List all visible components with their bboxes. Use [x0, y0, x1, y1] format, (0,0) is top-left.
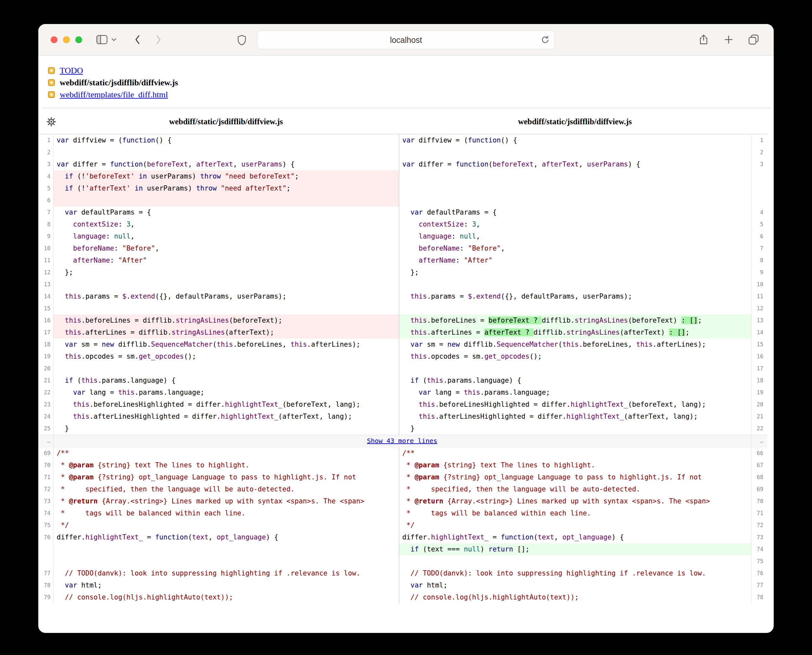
code-line — [53, 543, 399, 555]
code-token: this — [118, 389, 135, 396]
code-line: this.afterLinesHighlighted = differ.high… — [399, 411, 751, 423]
code-token: {string} text The lines to highlight. — [439, 461, 595, 469]
diff-row: 75 — [38, 555, 767, 567]
close-button[interactable] — [51, 36, 57, 43]
code-token: ( — [143, 160, 147, 168]
code-token — [403, 220, 419, 228]
code-line — [399, 194, 751, 206]
line-number: 69 — [751, 483, 767, 495]
code-token: }; — [403, 268, 419, 276]
line-number: 18 — [38, 338, 53, 351]
diff-row: 71 * @param {?string} opt_language Langu… — [38, 471, 767, 483]
code-token: * — [403, 473, 415, 481]
code-token: var — [403, 136, 415, 144]
code-token — [403, 401, 419, 408]
code-token: null — [464, 545, 480, 553]
code-token: .afterLines); — [653, 340, 706, 348]
code-token: afterName — [73, 257, 110, 264]
code-token: in — [138, 172, 147, 180]
forward-button[interactable] — [155, 34, 162, 45]
code-token — [57, 352, 65, 360]
code-token: SequenceMatcher — [497, 340, 558, 348]
code-token: (afterText, lang); — [624, 412, 698, 420]
code-line: * @param {string} text The lines to high… — [399, 459, 751, 471]
diff-row: 1512 — [38, 303, 767, 315]
code-token: var — [65, 340, 77, 348]
diff-row: 75 */ */72 — [38, 519, 767, 531]
code-token — [403, 545, 411, 553]
code-token: differ = — [414, 160, 455, 168]
file-list-item: TODO — [48, 65, 774, 77]
code-line: /** — [399, 447, 751, 460]
code-token: (); — [529, 352, 542, 360]
diff-row: 24 this.afterLinesHighlighted = differ.h… — [38, 411, 767, 423]
code-token: , — [131, 232, 135, 240]
line-number: 73 — [751, 531, 767, 543]
diff-row: 1var diffview = (function() {var diffvie… — [38, 134, 767, 147]
reload-icon[interactable] — [541, 35, 550, 45]
code-token: afterText ? — [484, 329, 534, 336]
code-token: , — [208, 533, 217, 541]
code-token — [57, 208, 65, 216]
privacy-shield-icon[interactable] — [238, 35, 246, 45]
code-token: if — [65, 172, 73, 180]
line-number: 20 — [751, 398, 767, 411]
code-token — [403, 593, 411, 601]
show-more-lines-link[interactable]: Show 43 more lines — [367, 437, 437, 445]
code-token: text — [538, 533, 554, 541]
code-line: language: null, — [399, 231, 751, 243]
line-number: 78 — [751, 591, 767, 603]
back-button[interactable] — [134, 34, 140, 45]
file-change-icon — [48, 91, 55, 98]
code-line: if (this.params.language) { — [53, 375, 399, 387]
code-token: lang = — [431, 389, 464, 396]
code-token: {string} text The lines to highlight. — [94, 461, 249, 469]
code-token: @param — [414, 461, 439, 469]
code-token: ( — [73, 377, 81, 384]
code-token: {Array.<string>} Lines marked up with sy… — [98, 497, 364, 505]
address-bar[interactable]: localhost — [257, 31, 555, 49]
chevron-down-icon[interactable] — [111, 38, 117, 41]
code-token — [403, 257, 419, 264]
share-icon[interactable] — [698, 34, 709, 45]
code-token — [135, 172, 139, 180]
code-token: */ — [57, 521, 69, 529]
new-tab-icon[interactable] — [723, 34, 734, 45]
zoom-button[interactable] — [75, 36, 82, 43]
minimize-button[interactable] — [63, 36, 70, 43]
diff-row: 74 * tags will be balanced within each l… — [38, 507, 767, 519]
line-number — [38, 555, 53, 567]
code-line — [53, 303, 399, 315]
diff-row: 76differ.highlightText_ = function(text,… — [38, 531, 767, 543]
code-token: var — [411, 581, 423, 589]
code-token: ( — [212, 340, 217, 348]
file-link[interactable]: TODO — [60, 66, 83, 75]
code-token — [403, 352, 411, 360]
line-number: 22 — [751, 423, 767, 435]
line-number: 15 — [751, 338, 767, 351]
diff-row: 79 // console.log(hljs.highlightAuto(tex… — [38, 591, 767, 603]
code-token: if — [65, 377, 73, 384]
code-token: beforeName — [419, 244, 460, 252]
line-number: 21 — [38, 375, 53, 387]
tab-overview-icon[interactable] — [748, 34, 760, 45]
code-line: var diffview = (function() { — [53, 134, 399, 147]
sidebar-toggle-icon[interactable] — [96, 35, 108, 44]
line-number: 70 — [38, 459, 53, 471]
code-token: this — [464, 389, 480, 396]
code-line — [399, 363, 751, 375]
code-line: } — [53, 423, 399, 435]
code-token: (beforeText); — [229, 317, 282, 324]
file-link[interactable]: webdiff/templates/file_diff.html — [60, 90, 168, 100]
code-token: .beforeLines, — [233, 340, 291, 348]
diff-row: if (text === null) return [];74 — [38, 543, 767, 555]
line-number: 10 — [751, 278, 767, 291]
code-token: var — [73, 389, 85, 396]
code-token: : — [114, 244, 122, 252]
line-number — [38, 543, 53, 555]
code-token: ) { — [266, 533, 278, 541]
code-line: this.params = $.extend({}, defaultParams… — [399, 291, 751, 303]
line-number: 11 — [38, 254, 53, 266]
code-token: }; — [57, 268, 73, 276]
code-token: ( — [488, 160, 493, 168]
